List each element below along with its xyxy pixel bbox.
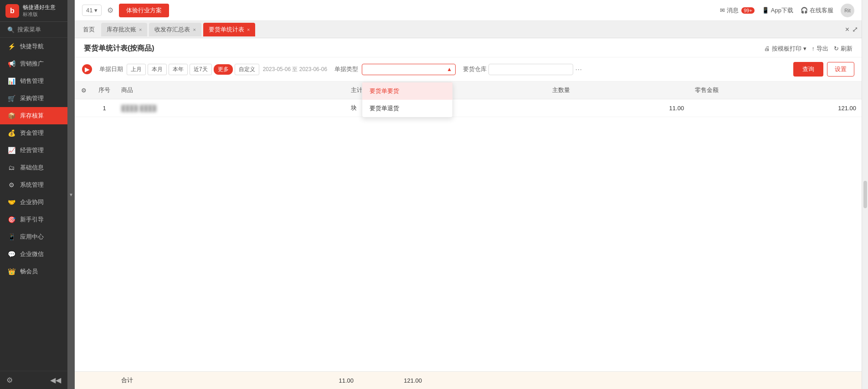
more-date-btn[interactable]: 更多 xyxy=(214,64,233,75)
doc-type-input[interactable] xyxy=(362,64,456,75)
online-service-btn[interactable]: 🎧 在线客服 xyxy=(801,6,833,15)
cell-amount: 121.00 xyxy=(689,99,862,117)
warehouse-filter: 要货仓库 ··· xyxy=(463,64,582,75)
col-qty-header: 主数量 xyxy=(547,82,689,99)
cell-qty: 11.00 xyxy=(547,99,689,117)
last-7-days-btn[interactable]: 近7天 xyxy=(190,64,212,75)
sidebar-footer: ⚙ ◀◀ xyxy=(0,371,67,389)
this-year-btn[interactable]: 本年 xyxy=(169,64,188,75)
filter-actions: 查询 设置 xyxy=(793,62,854,77)
date-filter-group: 单据日期 上月 本月 本年 近7天 更多 自定义 2023-05-06 至 20… xyxy=(99,64,327,75)
message-icon: ✉ xyxy=(720,7,725,14)
last-month-btn[interactable]: 上月 xyxy=(127,64,146,75)
sidebar-item-member[interactable]: 👑畅会员 xyxy=(0,263,67,280)
sidebar-search[interactable]: 🔍 搜索菜单 xyxy=(0,22,67,38)
col-amount-header: 零售金额 xyxy=(689,82,862,99)
cell-settings xyxy=(75,99,93,117)
more-options-icon[interactable]: ··· xyxy=(575,65,582,74)
tab-close-receive-summary[interactable]: × xyxy=(193,27,195,32)
col-index-header: 序号 xyxy=(93,82,116,99)
scroll-handle[interactable] xyxy=(863,181,867,208)
sidebar-item-guide[interactable]: 🎯新手引导 xyxy=(0,211,67,228)
sidebar-item-purchase[interactable]: 🛒采购管理 xyxy=(0,90,67,107)
right-scrollbar[interactable] xyxy=(862,0,868,389)
col-settings-header[interactable]: ⚙ xyxy=(75,82,93,99)
tab-order-summary[interactable]: 要货单统计表× xyxy=(203,23,255,36)
print-template-btn[interactable]: 🖨 按模板打印 ▾ xyxy=(764,45,806,53)
col-product-header: 商品 xyxy=(116,82,345,99)
data-table: ⚙ 序号 商品 主计量单位 主数量 零售金额 1 ████ ████ 块 11.… xyxy=(75,82,862,117)
settings-icon-topbar[interactable]: ⚙ xyxy=(107,6,113,15)
cell-product: ████ ████ xyxy=(116,99,345,117)
finance-icon: 💰 xyxy=(6,129,16,137)
tab-receive-summary[interactable]: 收发存汇总表× xyxy=(149,23,201,36)
warehouse-input[interactable] xyxy=(488,64,573,75)
close-tab-btn[interactable]: × xyxy=(845,26,849,34)
doc-type-dropdown: 要货单要货 要货单退货 xyxy=(362,82,453,118)
purchase-icon: 🛒 xyxy=(6,95,16,102)
sidebar-item-enterprise[interactable]: 🤝企业协同 xyxy=(0,194,67,211)
sidebar: b 畅捷通好生意 标准版 🔍 搜索菜单 ⚡快捷导航📢营销推广📊销售管理🛒采购管理… xyxy=(0,0,67,389)
tab-close-inventory-batch[interactable]: × xyxy=(139,27,142,32)
this-month-btn[interactable]: 本月 xyxy=(148,64,167,75)
enterprise-icon: 🤝 xyxy=(6,199,16,206)
sidebar-item-appstore[interactable]: 📱应用中心 xyxy=(0,228,67,246)
footer-amount: 121.00 xyxy=(367,377,422,384)
company-selector[interactable]: 41 ▾ xyxy=(82,5,102,16)
headset-icon: 🎧 xyxy=(801,7,808,14)
sidebar-item-operation[interactable]: 📈经营管理 xyxy=(0,142,67,159)
settings-icon[interactable]: ⚙ xyxy=(6,376,13,384)
custom-date-btn[interactable]: 自定义 xyxy=(235,64,259,75)
sidebar-item-wechat[interactable]: 💬企业微信 xyxy=(0,246,67,263)
main-area: 41 ▾ ⚙ 体验行业方案 ✉ 消息 99+ 📱 App下载 🎧 在线客服 Ri… xyxy=(75,0,862,389)
tab-home[interactable]: 首页 xyxy=(78,23,99,36)
filter-expand-btn[interactable]: ▶ xyxy=(82,64,92,74)
sidebar-scroll[interactable]: ▼ xyxy=(67,0,75,389)
basic-icon: 🗂 xyxy=(6,164,16,171)
app-download-btn[interactable]: 📱 App下载 xyxy=(762,6,793,15)
message-badge: 99+ xyxy=(741,7,755,14)
trial-btn[interactable]: 体验行业方案 xyxy=(119,4,169,17)
sidebar-item-system[interactable]: ⚙系统管理 xyxy=(0,176,67,194)
search-icon: 🔍 xyxy=(7,26,15,33)
filter-settings-btn[interactable]: 设置 xyxy=(827,62,854,77)
wechat-icon: 💬 xyxy=(6,251,16,258)
avatar[interactable]: Rit xyxy=(841,4,854,17)
sidebar-item-basic[interactable]: 🗂基础信息 xyxy=(0,159,67,176)
inventory-icon: 📦 xyxy=(6,112,16,119)
chevron-down-icon-print: ▾ xyxy=(803,45,806,52)
logo-text: 畅捷通好生意 标准版 xyxy=(23,4,56,18)
toggle-icon[interactable]: ◀◀ xyxy=(50,376,61,384)
tab-close-order-summary[interactable]: × xyxy=(247,27,250,32)
doc-type-filter-group: 单据类型 ▲ 要货单要货 要货单退货 xyxy=(334,64,456,75)
table-head: ⚙ 序号 商品 主计量单位 主数量 零售金额 xyxy=(75,82,862,99)
operation-icon: 📈 xyxy=(6,147,16,154)
app-logo: b 畅捷通好生意 标准版 xyxy=(0,0,67,22)
printer-icon: 🖨 xyxy=(764,45,770,52)
messages-btn[interactable]: ✉ 消息 99+ xyxy=(720,6,755,15)
tab-inventory-batch[interactable]: 库存批次账× xyxy=(101,23,147,36)
sidebar-item-sales[interactable]: 📊销售管理 xyxy=(0,72,67,90)
table-row: 1 ████ ████ 块 11.00 121.00 xyxy=(75,99,862,117)
sidebar-item-inventory[interactable]: 📦库存核算 xyxy=(0,107,67,124)
dropdown-item-return[interactable]: 要货单退货 xyxy=(362,100,452,117)
sidebar-item-quick-nav[interactable]: ⚡快捷导航 xyxy=(0,38,67,55)
filter-bar: ▶ 单据日期 上月 本月 本年 近7天 更多 自定义 2023-05-06 至 … xyxy=(75,57,862,82)
page-header: 要货单统计表(按商品) 🖨 按模板打印 ▾ ↑ 导出 ↻ 刷新 xyxy=(75,38,862,57)
logo-icon: b xyxy=(5,4,19,18)
sidebar-item-finance[interactable]: 💰资金管理 xyxy=(0,124,67,142)
refresh-btn[interactable]: ↻ 刷新 xyxy=(834,45,853,53)
system-icon: ⚙ xyxy=(6,181,16,189)
sidebar-nav: ⚡快捷导航📢营销推广📊销售管理🛒采购管理📦库存核算💰资金管理📈经营管理🗂基础信息… xyxy=(0,38,67,371)
footer-qty: 11.00 xyxy=(285,377,354,384)
export-btn[interactable]: ↑ 导出 xyxy=(812,45,829,53)
page-header-actions: 🖨 按模板打印 ▾ ↑ 导出 ↻ 刷新 xyxy=(764,45,853,53)
dropdown-item-purchase[interactable]: 要货单要货 xyxy=(362,82,452,100)
query-btn[interactable]: 查询 xyxy=(793,62,823,77)
sidebar-item-marketing[interactable]: 📢营销推广 xyxy=(0,55,67,72)
expand-btn[interactable]: ⤢ xyxy=(852,25,858,34)
member-icon: 👑 xyxy=(6,268,16,275)
quick-nav-icon: ⚡ xyxy=(6,43,16,50)
export-icon: ↑ xyxy=(812,45,815,52)
warehouse-label: 要货仓库 xyxy=(463,65,487,73)
